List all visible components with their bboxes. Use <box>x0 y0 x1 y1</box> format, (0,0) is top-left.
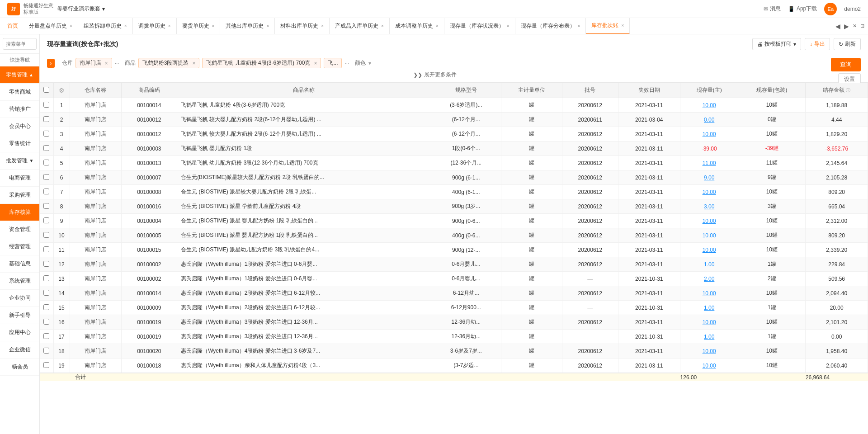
product-more-btn[interactable]: ··· <box>344 60 349 66</box>
sidebar-item-wholesale[interactable]: 批发管理 ▼ <box>0 152 39 170</box>
close-all-tabs-btn[interactable]: ✕ <box>851 21 859 31</box>
sidebar-item-enterprise[interactable]: 企业协同 <box>0 290 39 307</box>
tab-6[interactable]: 材料出库单历史 × <box>275 18 330 34</box>
row-checkbox[interactable] <box>40 142 53 156</box>
username[interactable]: demo2 <box>844 6 861 12</box>
more-tabs-btn[interactable]: ⊡ <box>859 21 866 31</box>
sidebar-item-finance[interactable]: 资金管理 <box>0 221 39 238</box>
tab-2[interactable]: 组装拆卸单历史 × <box>78 18 133 34</box>
sidebar-item-basic[interactable]: 基础信息 <box>0 255 39 273</box>
expand-icon[interactable]: › <box>47 59 55 68</box>
sidebar-item-appcenter[interactable]: 应用中心 <box>0 324 39 341</box>
color-dropdown-arrow[interactable]: ▾ <box>368 60 371 66</box>
row-checkbox[interactable] <box>40 286 53 301</box>
row-checkbox[interactable] <box>40 257 53 272</box>
gear-icon[interactable]: ⚙ <box>59 87 65 94</box>
close-tab-4[interactable]: × <box>212 24 215 28</box>
warehouse-tag-close[interactable]: × <box>105 60 108 66</box>
row-checkbox[interactable] <box>40 199 53 214</box>
row-checkbox[interactable] <box>40 344 53 359</box>
close-tab-10[interactable]: × <box>578 24 580 28</box>
close-tab-3[interactable]: × <box>168 24 171 28</box>
expand-arrow[interactable]: › <box>47 60 55 67</box>
sidebar-item-retail-stats[interactable]: 零售统计 <box>0 135 39 152</box>
row-checkbox[interactable] <box>40 127 53 142</box>
row-qty[interactable]: 10.00 <box>680 359 738 373</box>
row-qty[interactable]: 10.00 <box>680 315 738 330</box>
expand-more-btn[interactable]: ❯❯ 展开更多条件 <box>413 71 457 79</box>
tab-4[interactable]: 要货单历史 × <box>177 18 221 34</box>
sidebar-item-guide[interactable]: 新手引导 <box>0 307 39 324</box>
export-button[interactable]: ↓ 导出 <box>805 38 830 50</box>
sidebar-item-ecommerce[interactable]: 电商管理 <box>0 170 39 187</box>
tab-5[interactable]: 其他出库单历史 × <box>220 18 275 34</box>
row-checkbox[interactable] <box>40 214 53 228</box>
tab-3[interactable]: 调拨单历史 × <box>133 18 177 34</box>
row-qty[interactable]: 10.00 <box>680 214 738 228</box>
close-tab-11[interactable]: × <box>621 23 624 28</box>
close-tab-8[interactable]: × <box>436 24 439 28</box>
row-qty[interactable]: 10.00 <box>680 228 738 243</box>
sidebar-item-member[interactable]: 会员中心 <box>0 118 39 135</box>
row-qty[interactable]: 1.00 <box>680 301 738 315</box>
close-tab-1[interactable]: × <box>70 24 72 28</box>
row-checkbox[interactable] <box>40 243 53 257</box>
row-qty[interactable]: 10.00 <box>680 286 738 301</box>
prev-tab-btn[interactable]: ◀ <box>834 21 842 32</box>
sidebar-item-purchase[interactable]: 采购管理 <box>0 187 39 204</box>
messages-btn[interactable]: ✉ 消息 <box>764 5 781 13</box>
sidebar-item-vip[interactable]: 畅会员 <box>0 359 39 376</box>
tab-10[interactable]: 现存量（库存分布表） × <box>515 18 586 34</box>
refresh-button[interactable]: ↻ 刷新 <box>834 38 861 50</box>
close-tab-6[interactable]: × <box>321 24 324 28</box>
row-qty[interactable]: 2.00 <box>680 272 738 286</box>
tab-9[interactable]: 现存量（库存状况表） × <box>444 18 515 34</box>
row-qty[interactable]: 9.00 <box>680 170 738 185</box>
sidebar-shortcut[interactable]: 快捷导航 <box>0 54 39 66</box>
tab-11[interactable]: 库存批次账 × <box>586 18 630 34</box>
select-all-checkbox[interactable] <box>43 87 49 93</box>
row-checkbox[interactable] <box>40 330 53 344</box>
row-checkbox[interactable] <box>40 98 53 113</box>
close-tab-5[interactable]: × <box>266 24 269 28</box>
avatar[interactable]: Ea <box>824 3 837 15</box>
row-qty[interactable]: 0.00 <box>680 113 738 127</box>
row-qty[interactable]: 10.00 <box>680 344 738 359</box>
row-checkbox[interactable] <box>40 113 53 127</box>
row-checkbox[interactable] <box>40 272 53 286</box>
row-checkbox[interactable] <box>40 185 53 199</box>
sidebar-item-inventory[interactable]: 库存核算 <box>0 204 39 221</box>
tab-1[interactable]: 分量盘点单历史 × <box>24 18 78 34</box>
system-selector[interactable]: 母婴行业演示账套 ▾ <box>57 5 105 13</box>
row-qty[interactable]: 10.00 <box>680 98 738 113</box>
row-checkbox[interactable] <box>40 228 53 243</box>
product-tag2-close[interactable]: × <box>314 60 317 66</box>
sidebar-item-retail-mall[interactable]: 零售商城 <box>0 84 39 101</box>
row-qty[interactable]: 10.00 <box>680 243 738 257</box>
row-qty[interactable]: 1.00 <box>680 330 738 344</box>
sidebar-item-retail-management[interactable]: 零售管理 ▲ <box>0 66 39 84</box>
close-tab-9[interactable]: × <box>507 24 509 28</box>
tab-home[interactable]: 首页 <box>2 18 24 34</box>
row-checkbox[interactable] <box>40 170 53 185</box>
tab-8[interactable]: 成本调整单历史 × <box>390 18 444 34</box>
close-tab-7[interactable]: × <box>381 24 384 28</box>
product-tag1-close[interactable]: × <box>192 60 195 66</box>
row-qty[interactable]: 10.00 <box>680 185 738 199</box>
row-checkbox[interactable] <box>40 156 53 170</box>
app-download-btn[interactable]: 📱 App下载 <box>788 5 817 13</box>
sidebar-item-system[interactable]: 系统管理 <box>0 273 39 290</box>
close-tab-2[interactable]: × <box>124 24 127 28</box>
search-input[interactable] <box>3 38 37 50</box>
tab-7[interactable]: 产成品入库单历史 × <box>330 18 390 34</box>
warehouse-more-btn[interactable]: ··· <box>115 60 119 66</box>
row-qty[interactable]: 3.00 <box>680 199 738 214</box>
row-qty[interactable]: 1.00 <box>680 257 738 272</box>
next-tab-btn[interactable]: ▶ <box>842 21 851 32</box>
sidebar-item-wechat[interactable]: 企业微信 <box>0 341 39 359</box>
query-button[interactable]: 查询 <box>831 58 861 71</box>
print-button[interactable]: 🖨 按模板打印 ▾ <box>752 38 801 50</box>
sidebar-item-operations[interactable]: 经营管理 <box>0 238 39 255</box>
sidebar-item-marketing[interactable]: 营销推广 <box>0 101 39 118</box>
row-checkbox[interactable] <box>40 359 53 373</box>
